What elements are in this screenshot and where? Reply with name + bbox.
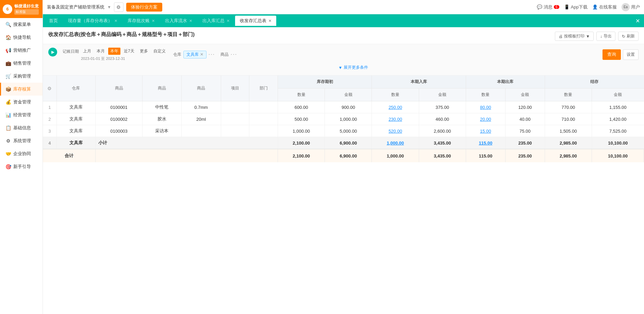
tabs-close-all[interactable]: ✕ [633,16,643,26]
tab-batch[interactable]: 库存批次账 ✕ [123,16,160,26]
row-in-qty[interactable]: 250.00 [372,101,419,113]
th-settings[interactable]: ⚙ [43,76,56,101]
online-service-item[interactable]: 👤 在线客服 [592,4,617,10]
sidebar-item-marketing[interactable]: 📢 营销推广 [0,44,43,57]
expand-more-btn[interactable]: ▼ 展开更多条件 [338,63,368,72]
th-out-amt: 金额 [505,88,545,101]
date-more[interactable]: 更多 [138,48,150,55]
sidebar-item-purchase[interactable]: 🛒 采购管理 [0,70,43,83]
date-7days[interactable]: 近7天 [122,48,136,55]
row-opening-amt: 1,000.00 [325,113,372,125]
sidebar-item-finance[interactable]: 💰 资金管理 [0,96,43,109]
sidebar-item-quicknav[interactable]: 🏠 快捷导航 [0,31,43,44]
tab-close-icon[interactable]: ✕ [189,19,192,23]
th-group-closing: 结存 [545,76,644,88]
page-header: 收发存汇总表(按仓库＋商品编码＋商品＋规格型号＋项目＋部门) 🖨 按模板打印 ▼… [43,27,644,44]
sidebar-item-search[interactable]: 🔍 搜索菜单 [0,18,43,31]
sidebar-logo[interactable]: 6 畅捷通好生意 标准版 [0,0,43,18]
refresh-icon: ↻ [622,34,625,39]
tab-receipt-summary[interactable]: 收发存汇总表 ✕ [235,16,276,26]
topbar-right: 💬 消息 6 📱 App下载 👤 在线客服 Ea 用户 [537,3,640,11]
subtotal-warehouse: 文具库 [56,137,95,149]
app-download-item[interactable]: 📱 App下载 [564,4,588,10]
system-icon: ⚙ [5,138,11,144]
phone-icon: 📱 [564,4,569,10]
subtotal-in-qty[interactable]: 1,000.00 [372,137,419,149]
page-title: 收发存汇总表(按仓库＋商品编码＋商品＋规格型号＋项目＋部门) [48,31,195,38]
subtotal-out-qty[interactable]: 115.00 [466,137,505,149]
th-group-opening: 库存期初 [278,76,372,88]
subtotal-out-amt: 235.00 [505,137,545,149]
total-out-amt: 235.00 [505,149,545,162]
tab-close-icon[interactable]: ✕ [268,19,271,23]
filter-bar: ▶ 记账日期 上月 本月 本年 近7天 [43,44,644,76]
row-in-qty[interactable]: 520.00 [372,125,419,137]
experience-button[interactable]: 体验行业方案 [126,3,162,12]
product-dots[interactable]: ··· [231,51,237,57]
date-label: 记账日期 [63,49,79,54]
th-in-amt: 金额 [419,88,466,101]
date-last-month[interactable]: 上月 [81,48,93,55]
refresh-button[interactable]: ↻ 刷新 [618,32,639,41]
sales-icon: 💼 [5,61,11,66]
tab-close-icon[interactable]: ✕ [227,19,230,23]
row-product-name: 中性笔 [143,101,181,113]
row-warehouse: 文具库 [56,113,95,125]
row-opening-qty: 600.00 [278,101,325,113]
warehouse-tag-close[interactable]: ✕ [200,52,203,57]
setting-button[interactable]: 设置 [623,49,639,60]
th-department: 部门 [249,76,278,101]
tab-home[interactable]: 首页 [44,16,63,26]
row-warehouse: 文具库 [56,125,95,137]
date-this-year[interactable]: 本年 [108,48,120,55]
table-row: 3 文具库 0100003 采访本 1,000.00 5,000.00 520.… [43,125,644,137]
date-this-month[interactable]: 本月 [95,48,107,55]
product-label: 商品 [220,52,229,57]
tab-inout-flow[interactable]: 出入库流水 ✕ [160,16,197,26]
row-opening-qty: 1,000.00 [278,125,325,137]
purchase-icon: 🛒 [5,73,11,79]
topbar-gear-btn[interactable]: ⚙ [114,2,123,12]
row-product-spec [181,125,221,137]
sidebar-item-inventory[interactable]: 📦 库存核算 [0,83,43,96]
sidebar-item-guide[interactable]: 🎯 新手引导 [0,160,43,173]
filter-controls: 记账日期 上月 本月 本年 近7天 更多 自定义 20 [63,48,639,72]
collapse-arrow[interactable]: ▶ [48,48,57,56]
total-label: 合计 [43,149,95,162]
subtotal-label: 小计 [95,137,278,149]
warehouse-label: 仓库 [173,52,181,57]
tab-close-icon[interactable]: ✕ [152,19,155,23]
message-icon: 💬 [537,4,542,10]
query-buttons: 查询 设置 [602,49,639,60]
row-department [249,125,278,137]
row-index: 1 [43,101,56,113]
tab-inout-summary[interactable]: 出入库汇总 ✕ [198,16,234,26]
export-button[interactable]: ↓ 导出 [596,32,615,41]
warehouse-dots[interactable]: ··· [209,51,215,57]
date-custom[interactable]: 自定义 [151,48,168,55]
row-out-qty[interactable]: 15.00 [466,125,505,137]
subtotal-row: 4 文具库 小计 2,100.00 6,900.00 1,000.00 3,43… [43,137,644,149]
sidebar-item-management[interactable]: 📊 经营管理 [0,109,43,121]
sidebar-item-basic[interactable]: 📋 基础信息 [0,121,43,134]
user-item[interactable]: Ea 用户 [622,3,640,11]
content-area: 收发存汇总表(按仓库＋商品编码＋商品＋规格型号＋项目＋部门) 🖨 按模板打印 ▼… [43,27,644,314]
tab-inventory-dist[interactable]: 现存量（库存分布表） ✕ [63,16,122,26]
gear-settings-icon[interactable]: ⚙ [47,86,52,91]
inventory-icon: 📦 [5,86,11,92]
sidebar-item-sales[interactable]: 💼 销售管理 [0,57,43,70]
row-in-qty[interactable]: 230.00 [372,113,419,125]
sidebar-item-system[interactable]: ⚙ 系统管理 [0,134,43,147]
row-out-qty[interactable]: 80.00 [466,101,505,113]
row-closing-amt: 1,155.00 [592,101,644,113]
total-out-qty: 115.00 [466,149,505,162]
sidebar-item-enterprise[interactable]: 🤝 企业协同 [0,147,43,160]
tab-close-icon[interactable]: ✕ [114,19,117,23]
print-button[interactable]: 🖨 按模板打印 ▼ [555,32,594,41]
message-item[interactable]: 💬 消息 6 [537,4,559,10]
row-out-qty[interactable]: 20.00 [466,113,505,125]
row-in-amt: 2,600.00 [419,125,466,137]
topbar-chevron-icon[interactable]: ▼ [107,5,111,10]
message-badge: 6 [554,5,559,9]
query-button[interactable]: 查询 [602,49,621,60]
